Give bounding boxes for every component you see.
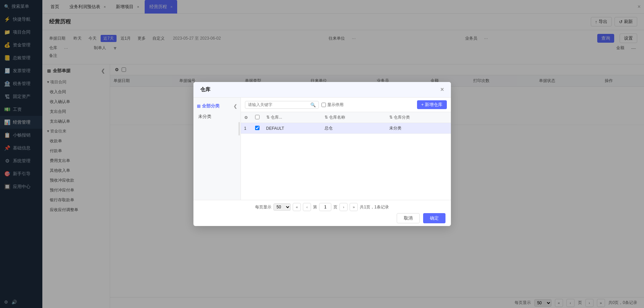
add-warehouse-label: + 新增仓库 [421,102,442,107]
modal-th-name: ⇅ 仓库名称 [321,112,386,123]
modal-page-left[interactable]: ‹ [303,203,311,211]
modal-th-code: ⇅ 仓库... [263,112,321,123]
modal-confirm-button[interactable]: 确定 [423,213,445,223]
modal-overlay: 仓库 × ⊞ 全部分类 ❮ 未分类 [0,0,644,308]
uncategorized-label: 未分类 [198,114,211,119]
modal-page-suffix: 页 [333,204,337,210]
modal-row-name: 总仓 [321,123,386,134]
modal-row-checkbox[interactable] [255,126,259,130]
add-warehouse-button[interactable]: + 新增仓库 [417,100,446,109]
modal-row-checkbox-cell[interactable] [252,123,263,134]
modal-cancel-button[interactable]: 取消 [397,213,420,223]
modal-table-area: ⚙ ⇅ 仓库... ⇅ 仓库名称 ⇅ 仓库分类 1 DEFA [241,112,451,200]
modal-th-gear[interactable]: ⚙ [241,112,252,123]
modal-per-page-select[interactable]: 50 100 [273,203,291,211]
table-row[interactable]: 1 DEFAULT 总仓 未分类 [241,123,451,134]
modal-page-double-right[interactable]: » [350,203,358,211]
show-disabled-text: 显示停用 [327,102,344,108]
modal-page-right[interactable]: › [339,203,348,211]
modal-per-page-label: 每页显示 [255,204,271,210]
show-disabled-checkbox[interactable] [321,103,326,107]
modal-warehouse-table: ⚙ ⇅ 仓库... ⇅ 仓库名称 ⇅ 仓库分类 1 DEFA [241,112,451,134]
modal-page-input[interactable] [319,203,331,211]
modal-all-category[interactable]: ⊞ 全部分类 ❮ [193,101,241,111]
modal-row-category: 未分类 [386,123,451,134]
modal-action-buttons: 取消 确定 [199,213,445,223]
modal-search-icon[interactable]: 🔍 [310,102,316,107]
modal-uncategorized[interactable]: 未分类 [193,111,241,122]
modal-th-checkbox[interactable] [252,112,263,123]
modal-title: 仓库 [200,86,210,93]
modal-th-category: ⇅ 仓库分类 [386,112,451,123]
modal-select-all[interactable] [255,115,259,119]
modal-toolbar: 🔍 显示停用 + 新增仓库 [241,98,451,112]
grid-icon-modal: ⊞ [197,104,201,109]
modal-category-panel: ⊞ 全部分类 ❮ 未分类 [193,98,241,200]
modal-search-box[interactable]: 🔍 [245,101,319,109]
warehouse-modal: 仓库 × ⊞ 全部分类 ❮ 未分类 [193,82,451,226]
show-disabled-label[interactable]: 显示停用 [321,102,344,108]
modal-row-code: DEFAULT [263,123,321,134]
modal-close-icon[interactable]: × [440,86,444,93]
confirm-label: 确定 [430,215,439,221]
modal-right-panel: 🔍 显示停用 + 新增仓库 [241,98,451,200]
cancel-label: 取消 [404,215,413,221]
modal-pagination: 每页显示 50 100 « ‹ 第 页 › » 共1页，1条记录 [199,203,445,211]
all-category-label: 全部分类 [202,103,220,109]
modal-page-double-left[interactable]: « [293,203,301,211]
modal-body: ⊞ 全部分类 ❮ 未分类 🔍 [193,98,451,200]
modal-footer: 每页显示 50 100 « ‹ 第 页 › » 共1页，1条记录 取消 [193,200,451,226]
modal-search-input[interactable] [248,102,309,107]
modal-page-label: 第 [313,204,317,210]
modal-left-toggle[interactable]: ❮ [233,104,237,109]
modal-row-index: 1 [241,123,252,134]
modal-total-label: 共1页，1条记录 [360,204,389,210]
modal-header: 仓库 × [193,82,451,98]
